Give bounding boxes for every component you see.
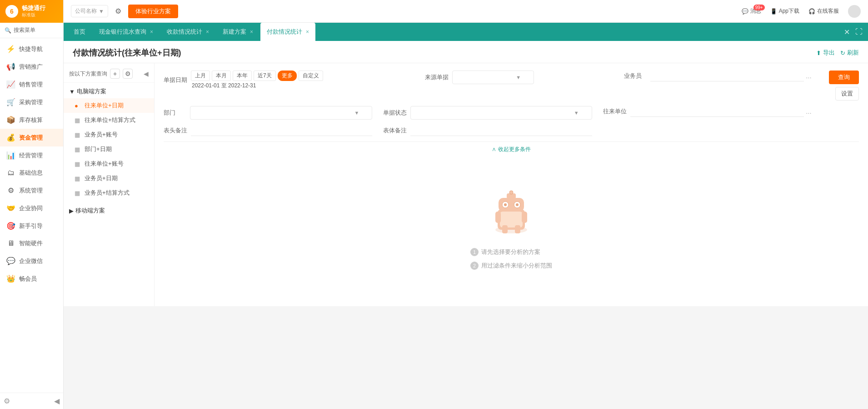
tab-close-cashflow[interactable]: ×: [150, 29, 153, 35]
nav-label-capital: 资金管理: [19, 134, 43, 142]
last-7days-btn[interactable]: 近7天: [254, 71, 276, 81]
body-note-input[interactable]: [410, 125, 592, 136]
nav-label-purchase: 采购管理: [19, 98, 43, 106]
sidebar-item-guide[interactable]: 🎯 新手引导: [0, 217, 63, 235]
page-header: 付款情况统计(往来单位+日期) ⬆ 导出 ↻ 刷新: [64, 41, 868, 63]
export-icon: ⬆: [816, 50, 821, 56]
tab-label-home: 首页: [74, 28, 85, 36]
last-month-btn[interactable]: 上月: [191, 71, 210, 81]
step-1-label: 请先选择要分析的方案: [481, 246, 540, 258]
collapse-conditions-bar[interactable]: ∧ 收起更多条件: [164, 141, 859, 157]
sidebar-item-sales[interactable]: 📈 销售管理: [0, 76, 63, 93]
tab-cashflow[interactable]: 现金银行流水查询×: [93, 23, 160, 41]
service-button[interactable]: 🎧 在线客服: [808, 7, 839, 15]
nav-icon-operation: 📊: [6, 151, 15, 160]
sidebar-search-area[interactable]: 🔍 搜索菜单: [0, 23, 63, 38]
scheme-item-staff-date[interactable]: ▦ 业务员+日期: [64, 171, 154, 186]
desktop-scheme-group: ▼ 电脑端方案 ● 往来单位+日期 ▦ 往来单位+结算方式 ▦ 业务员+账号 ▦…: [64, 83, 154, 202]
filter-settings-button[interactable]: 设置: [835, 87, 859, 101]
sidebar-item-purchase[interactable]: 🛒 采购管理: [0, 93, 63, 111]
tab-payment-stats[interactable]: 付款情况统计×: [260, 23, 315, 41]
sidebar-item-enterprise[interactable]: 🤝 企业协同: [0, 199, 63, 217]
this-year-btn[interactable]: 本年: [233, 71, 252, 81]
empty-step-2: 2 用过滤条件来缩小分析范围: [470, 260, 552, 272]
source-label: 来源单据: [425, 73, 449, 81]
tab-close-payment-stats[interactable]: ×: [306, 29, 309, 35]
panel-collapse-button[interactable]: ◀: [144, 70, 149, 77]
nav-label-system: 系统管理: [19, 187, 43, 195]
dept-arrow-icon: ▼: [354, 110, 359, 116]
tab-home[interactable]: 首页: [67, 23, 92, 41]
scheme-settings-button[interactable]: ⚙: [123, 69, 133, 79]
scheme-item-staff-settle[interactable]: ▦ 业务员+结算方式: [64, 186, 154, 200]
sidebar-item-basic[interactable]: 🗂 基础信息: [0, 164, 63, 182]
voucher-status-select[interactable]: ▼: [410, 106, 592, 120]
tab-new-scheme[interactable]: 新建方案×: [216, 23, 259, 41]
scheme-item-unit-settle[interactable]: ▦ 往来单位+结算方式: [64, 113, 154, 127]
scheme-label-unit-settle: 往来单位+结算方式: [85, 116, 135, 124]
export-button[interactable]: ⬆ 导出: [816, 49, 835, 57]
scheme-label-staff-settle: 业务员+结算方式: [85, 189, 130, 197]
nav-icon-hardware: 🖥: [6, 239, 15, 247]
sidebar-item-marketing[interactable]: 📢 营销推广: [0, 58, 63, 76]
sidebar-item-system[interactable]: ⚙ 系统管理: [0, 182, 63, 199]
svg-point-10: [504, 203, 507, 206]
sidebar-item-member[interactable]: 👑 畅会员: [0, 270, 63, 288]
mobile-scheme-group: ▶ 移动端方案: [64, 202, 154, 219]
sidebar-item-capital[interactable]: 💰 资金管理: [0, 129, 63, 146]
sidebar-item-quick-nav[interactable]: ⚡ 快捷导航: [0, 40, 63, 58]
tab-close-receipt-stats[interactable]: ×: [206, 29, 209, 35]
counterpart-more-icon: …: [806, 108, 812, 115]
scheme-item-staff-account[interactable]: ▦ 业务员+账号: [64, 127, 154, 142]
search-icon: 🔍: [5, 27, 11, 34]
close-all-tabs-button[interactable]: ✕: [842, 28, 852, 36]
footer-collapse-icon[interactable]: ◀: [54, 397, 60, 405]
expand-tabs-button[interactable]: ⛶: [853, 28, 864, 36]
user-avatar[interactable]: [848, 5, 861, 18]
desktop-group-title[interactable]: ▼ 电脑端方案: [64, 85, 154, 98]
scheme-item-unit-account[interactable]: ▦ 往来单位+账号: [64, 157, 154, 171]
dept-filter: 部门 ▼: [164, 106, 372, 120]
mobile-group-arrow-icon: ▶: [69, 207, 74, 214]
messages-button[interactable]: 💬 消息 99+: [742, 7, 761, 15]
sidebar-item-wechat[interactable]: 💬 企业微信: [0, 252, 63, 270]
nav-icon-purchase: 🛒: [6, 98, 15, 106]
filter-row-3: 表头备注 表体备注: [164, 125, 859, 136]
tab-receipt-stats[interactable]: 收款情况统计×: [160, 23, 215, 41]
scheme-item-unit-date[interactable]: ● 往来单位+日期: [64, 98, 154, 113]
nav-icon-inventory: 📦: [6, 116, 15, 124]
refresh-icon: ↻: [840, 50, 845, 56]
trial-button[interactable]: 体验行业方案: [128, 5, 178, 18]
staff-input[interactable]: [650, 71, 804, 81]
company-selector[interactable]: 公司名称 ▼: [71, 5, 108, 17]
query-button[interactable]: 查询: [829, 71, 859, 84]
tab-close-new-scheme[interactable]: ×: [250, 29, 253, 35]
nav-icon-sales: 📈: [6, 80, 15, 89]
tab-label-receipt-stats: 收款情况统计: [167, 28, 202, 36]
source-filter: 来源单据 ▼: [425, 71, 613, 84]
sidebar-item-operation[interactable]: 📊 经营管理: [0, 146, 63, 164]
add-scheme-button[interactable]: +: [110, 69, 120, 79]
header-note-input[interactable]: [191, 125, 372, 136]
topbar-settings-button[interactable]: ⚙: [112, 5, 125, 18]
source-arrow-icon: ▼: [516, 75, 521, 80]
more-dates-btn[interactable]: 更多: [278, 71, 297, 81]
search-menu[interactable]: 🔍 搜索菜单: [5, 26, 59, 34]
source-select[interactable]: ▼: [452, 71, 534, 84]
refresh-button[interactable]: ↻ 刷新: [840, 49, 859, 57]
nav-label-quick-nav: 快捷导航: [19, 45, 43, 53]
this-month-btn[interactable]: 本月: [212, 71, 231, 81]
collapse-label: 收起更多条件: [498, 146, 531, 152]
empty-state: 1 请先选择要分析的方案 2 用过滤条件来缩小分析范围: [164, 157, 859, 299]
staff-input-area: …: [650, 71, 812, 81]
footer-settings-icon[interactable]: ⚙: [4, 397, 10, 405]
counterpart-input[interactable]: [630, 106, 804, 117]
custom-date-btn[interactable]: 自定义: [299, 71, 323, 81]
sidebar-item-hardware[interactable]: 🖥 智能硬件: [0, 235, 63, 252]
mobile-group-title[interactable]: ▶ 移动端方案: [64, 204, 154, 217]
dept-select[interactable]: ▼: [190, 106, 372, 120]
scheme-item-dept-date[interactable]: ▦ 部门+日期: [64, 142, 154, 157]
sidebar-item-inventory[interactable]: 📦 库存核算: [0, 111, 63, 129]
app-download-button[interactable]: 📱 App下载: [770, 7, 799, 15]
group-title-label: 电脑端方案: [77, 87, 106, 96]
